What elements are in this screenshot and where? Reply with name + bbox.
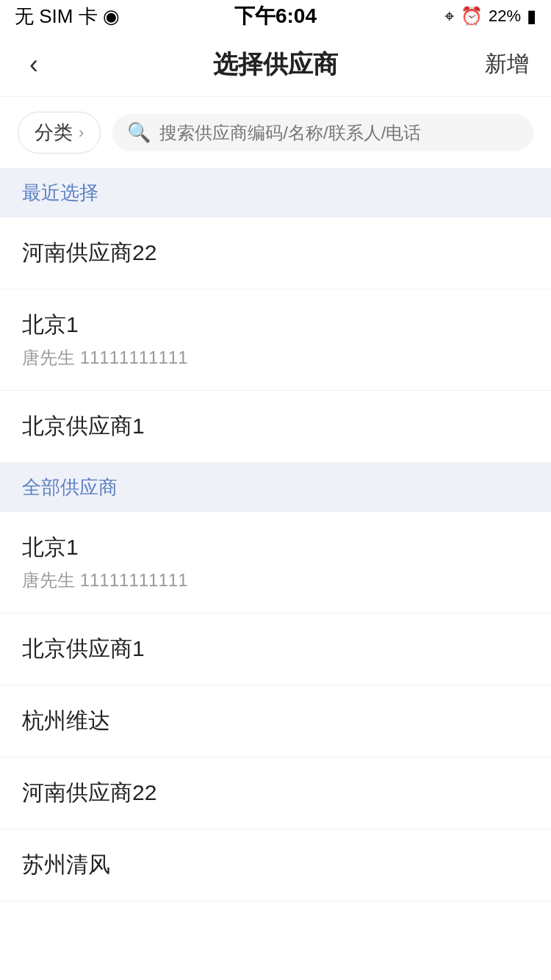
- status-left: 无 SIM 卡 ◉: [15, 4, 120, 29]
- status-bar: 无 SIM 卡 ◉ 下午6:04 ⌖ ⏰ 22% ▮: [0, 0, 551, 32]
- item-name: 河南供应商22: [22, 778, 529, 808]
- battery-level: 22%: [489, 7, 521, 26]
- item-sub: 唐先生 11111111111: [22, 569, 529, 592]
- chevron-right-icon: ›: [79, 123, 84, 143]
- recent-list: 河南供应商22 北京1 唐先生 11111111111 北京供应商1: [0, 217, 551, 463]
- status-right: ⌖ ⏰ 22% ▮: [444, 6, 536, 26]
- battery-icon: ▮: [527, 6, 536, 26]
- add-button[interactable]: 新增: [485, 49, 529, 79]
- item-name: 北京1: [22, 533, 529, 563]
- back-button[interactable]: ‹: [22, 42, 46, 87]
- list-item[interactable]: 苏州清风: [0, 829, 551, 901]
- page-title: 选择供应商: [213, 48, 338, 82]
- recent-section-label: 最近选择: [22, 181, 98, 203]
- item-name: 杭州维达: [22, 706, 529, 736]
- item-name: 北京供应商1: [22, 634, 529, 664]
- item-name: 苏州清风: [22, 850, 529, 880]
- list-item[interactable]: 北京1 唐先生 11111111111: [0, 512, 551, 613]
- list-item[interactable]: 杭州维达: [0, 685, 551, 757]
- item-name: 北京供应商1: [22, 411, 529, 442]
- list-item[interactable]: 北京供应商1: [0, 391, 551, 463]
- all-section-header: 全部供应商: [0, 463, 551, 512]
- list-item[interactable]: 北京供应商1: [0, 613, 551, 685]
- list-item[interactable]: 北京1 唐先生 11111111111: [0, 289, 551, 391]
- alarm-icon: ⏰: [461, 6, 483, 26]
- status-time: 下午6:04: [234, 2, 317, 30]
- recent-section-header: 最近选择: [0, 168, 551, 217]
- item-name: 北京1: [22, 310, 529, 340]
- nav-bar: ‹ 选择供应商 新增: [0, 32, 551, 97]
- no-sim-text: 无 SIM 卡 ◉: [15, 4, 120, 29]
- all-list: 北京1 唐先生 11111111111 北京供应商1杭州维达河南供应商22苏州清…: [0, 512, 551, 901]
- item-name: 河南供应商22: [22, 238, 529, 268]
- filter-row: 分类 › 🔍: [0, 97, 551, 168]
- category-label: 分类: [35, 120, 73, 145]
- all-section-label: 全部供应商: [22, 476, 118, 498]
- list-item[interactable]: 河南供应商22: [0, 217, 551, 289]
- search-icon: 🔍: [127, 121, 151, 144]
- location-icon: ⌖: [444, 6, 455, 26]
- category-button[interactable]: 分类 ›: [18, 112, 101, 154]
- search-box: 🔍: [112, 114, 533, 151]
- search-input[interactable]: [159, 123, 519, 143]
- item-sub: 唐先生 11111111111: [22, 346, 529, 370]
- list-item[interactable]: 河南供应商22: [0, 757, 551, 829]
